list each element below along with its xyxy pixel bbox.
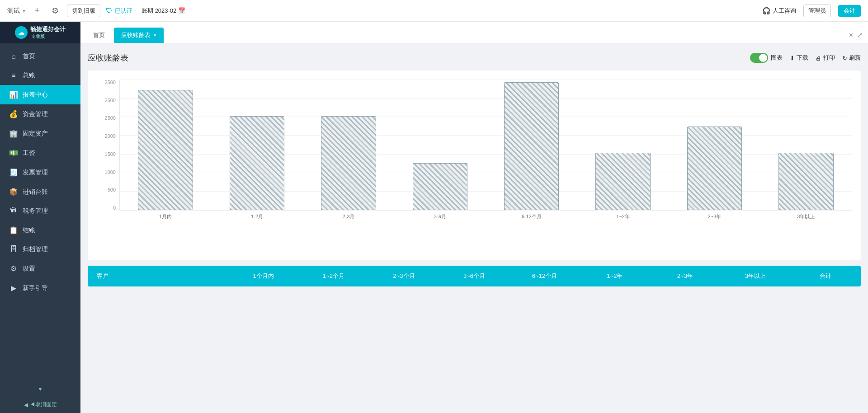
bar-2-3month xyxy=(321,116,376,210)
tab-home[interactable]: 首页 xyxy=(86,28,112,43)
table-header-3-6month: 3~6个月 xyxy=(439,266,509,286)
sidebar-item-invoice[interactable]: 🧾 发票管理 xyxy=(0,163,80,182)
accountant-button[interactable]: 会计 xyxy=(838,5,861,17)
sidebar-nav: ⌂ 首页 ≡ 总账 📊 报表中心 💰 资金管理 🏢 固定资产 💵 工资 xyxy=(0,43,80,382)
sidebar-item-reports[interactable]: 📊 报表中心 xyxy=(0,85,80,104)
bar-chart: 2500 2500 2500 2000 1500 1000 500 0 xyxy=(97,80,852,224)
table-header-1-2month: 1~2个月 xyxy=(298,266,368,286)
report-header: 应收账龄表 图表 ⬇ 下载 🖨 打印 ↻ xyxy=(88,51,861,65)
sidebar-item-assets[interactable]: 🏢 固定资产 xyxy=(0,124,80,143)
period-label: 账期 2023-02 📅 xyxy=(142,7,185,15)
table-header-2-3month: 2~3个月 xyxy=(369,266,439,286)
bar-group-3plus-year: 3年以上 xyxy=(760,80,852,210)
sidebar-item-label: 报表中心 xyxy=(23,91,48,99)
y-label: 2500 xyxy=(105,80,116,85)
customer-service-button[interactable]: 🎧 人工咨询 xyxy=(762,7,796,15)
refresh-button[interactable]: ↻ 刷新 xyxy=(842,54,861,62)
download-icon: ⬇ xyxy=(790,55,795,61)
sidebar-item-settings[interactable]: ⚙ 设置 xyxy=(0,259,80,278)
cancel-fixed-button[interactable]: ◀ ◀取消固定 xyxy=(0,396,80,413)
bar-label-1month: 1月内 xyxy=(120,213,211,220)
tab-bar-right: × ⤢ xyxy=(849,31,863,43)
table-header-1month: 1个月内 xyxy=(228,266,298,286)
bar-label-6-12month: 6-12个月 xyxy=(486,213,577,220)
table-header-1-2year: 1~2年 xyxy=(580,266,650,286)
sidebar-item-capital[interactable]: 💰 资金管理 xyxy=(0,104,80,124)
sidebar-item-label: 总账 xyxy=(23,71,35,80)
sidebar-item-salary[interactable]: 💵 工资 xyxy=(0,143,80,163)
bar-6-12month xyxy=(504,82,559,210)
home-icon: ⌂ xyxy=(9,52,18,61)
bar-label-1-2month: 1-2月 xyxy=(211,213,302,220)
close-window-icon[interactable]: × xyxy=(849,31,853,39)
header-right: 🎧 人工咨询 管理员 会计 xyxy=(762,5,861,17)
chart-container: 2500 2500 2500 2000 1500 1000 500 0 xyxy=(88,70,861,260)
switch-old-version-button[interactable]: 切到旧版 xyxy=(67,5,100,17)
sidebar-item-label: 设置 xyxy=(23,265,35,273)
sidebar-item-label: 进销台账 xyxy=(23,188,48,196)
bar-group-3-6month: 3-6月 xyxy=(394,80,486,210)
sidebar-item-label: 新手引导 xyxy=(23,284,48,292)
table-header-customer: 客户 xyxy=(88,266,228,286)
bar-group-1-2month: 1-2月 xyxy=(211,80,302,210)
capital-icon: 💰 xyxy=(9,110,18,118)
page-content: 应收账龄表 图表 ⬇ 下载 🖨 打印 ↻ xyxy=(80,43,868,413)
manager-button[interactable]: 管理员 xyxy=(803,5,831,17)
cancel-fixed-label: ◀取消固定 xyxy=(30,401,57,408)
sidebar-item-home[interactable]: ⌂ 首页 xyxy=(0,47,80,66)
report-actions: 图表 ⬇ 下载 🖨 打印 ↻ 刷新 xyxy=(750,53,861,63)
close-icon: 📋 xyxy=(9,226,18,235)
tab-receivables-aging[interactable]: 应收账龄表 × xyxy=(114,28,164,43)
settings-icon[interactable]: ⚙ xyxy=(49,5,61,17)
bar-label-3-6month: 3-6月 xyxy=(394,213,486,220)
sidebar-item-close[interactable]: 📋 结账 xyxy=(0,221,80,240)
bar-2-3year xyxy=(687,127,742,210)
bar-label-2-3month: 2-3月 xyxy=(303,213,394,220)
reports-icon: 📊 xyxy=(9,90,18,99)
table-header-total: 合计 xyxy=(791,266,861,286)
main-layout: ☁ 畅捷通好会计 专业版 ⌂ 首页 ≡ 总账 📊 报表中心 💰 资金管理 xyxy=(0,22,868,413)
chart-body: 1月内 1-2月 2-3月 xyxy=(119,80,852,211)
chart-toggle-switch[interactable] xyxy=(750,53,768,63)
logo-name: 畅捷通好会计 xyxy=(30,25,66,33)
y-label: 1500 xyxy=(105,151,116,157)
sidebar-item-label: 固定资产 xyxy=(23,130,48,138)
archive-icon: 🗄 xyxy=(9,245,18,253)
bar-1-2month xyxy=(230,116,284,210)
sales-icon: 📦 xyxy=(9,188,18,196)
sidebar-item-ledger[interactable]: ≡ 总账 xyxy=(0,66,80,85)
sidebar-item-sales[interactable]: 📦 进销台账 xyxy=(0,182,80,202)
bar-label-1-2year: 1~2年 xyxy=(577,213,669,220)
settings-icon: ⚙ xyxy=(9,264,18,273)
y-label: 2000 xyxy=(105,133,116,139)
scroll-down-button[interactable]: ▼ xyxy=(0,382,80,396)
sidebar-item-label: 工资 xyxy=(23,149,35,157)
bar-3plus-year xyxy=(778,153,833,210)
sidebar-item-label: 税务管理 xyxy=(23,207,48,215)
bar-group-1month: 1月内 xyxy=(120,80,211,210)
logo-icon: ☁ xyxy=(15,26,28,39)
tax-icon: 🏛 xyxy=(9,207,18,215)
bar-label-3plus-year: 3年以上 xyxy=(760,213,852,220)
chart-toggle[interactable]: 图表 xyxy=(750,53,783,63)
company-selector[interactable]: 测试 ▾ xyxy=(7,7,25,15)
table-header-6-12month: 6~12个月 xyxy=(509,266,580,286)
sidebar-item-guide[interactable]: ▶ 新手引导 xyxy=(0,278,80,298)
y-axis: 2500 2500 2500 2000 1500 1000 500 0 xyxy=(97,80,119,211)
chevron-down-icon: ▾ xyxy=(23,8,25,14)
refresh-icon: ↻ xyxy=(842,55,847,61)
chart-label: 图表 xyxy=(771,54,783,62)
sidebar-logo: ☁ 畅捷通好会计 专业版 xyxy=(0,22,80,43)
report-title: 应收账龄表 xyxy=(88,52,128,63)
add-button[interactable]: + xyxy=(31,5,43,17)
y-label: 2500 xyxy=(105,115,116,121)
tab-close-icon[interactable]: × xyxy=(153,32,156,38)
sidebar-item-archive[interactable]: 🗄 归档管理 xyxy=(0,240,80,259)
bar-3-6month xyxy=(413,163,467,210)
print-button[interactable]: 🖨 打印 xyxy=(816,54,835,62)
certified-label: 已认证 xyxy=(115,7,132,15)
download-button[interactable]: ⬇ 下载 xyxy=(790,54,808,62)
sidebar-item-tax[interactable]: 🏛 税务管理 xyxy=(0,202,80,221)
maximize-icon[interactable]: ⤢ xyxy=(857,31,863,39)
cancel-fixed-icon: ◀ xyxy=(24,402,28,408)
